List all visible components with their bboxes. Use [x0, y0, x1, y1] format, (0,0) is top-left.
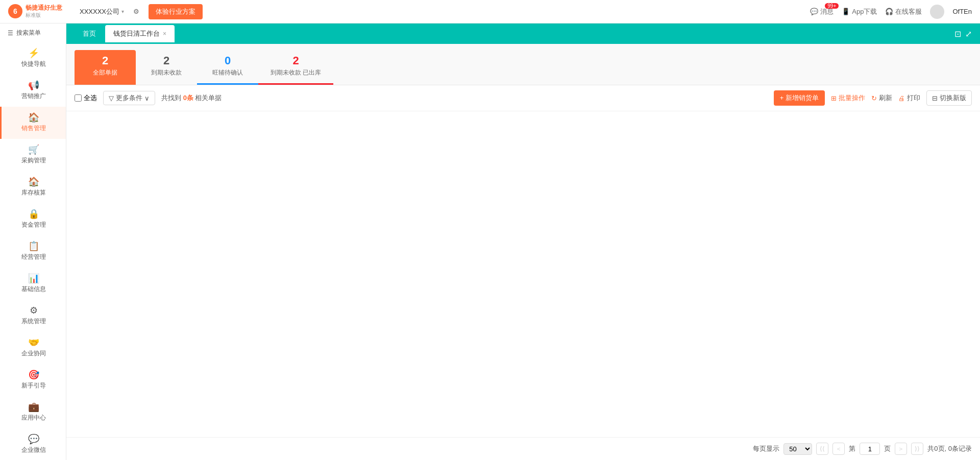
stat-tab-all[interactable]: 2 全部单据: [75, 50, 136, 85]
stat-tab-overdue[interactable]: 2 到期未收款: [136, 50, 197, 85]
sidebar-label-base-info: 基础信息: [21, 285, 46, 294]
batch-label: 批量操作: [839, 93, 865, 103]
tab-home-label: 首页: [83, 29, 96, 38]
settings-icon-btn[interactable]: ⚙: [129, 5, 143, 19]
page-input[interactable]: [860, 443, 880, 455]
main-layout: ☰ 搜索菜单 ⚡ 快捷导航 📢 营销推广 🏠 销售管理 🛒 采购管理 🏠 库存核…: [0, 23, 980, 460]
message-icon: 💬: [810, 8, 818, 15]
found-text: 共找到 0条 相关单据: [161, 93, 222, 103]
page-total: 共0页, 0条记录: [927, 444, 972, 453]
message-btn[interactable]: 💬 消息 99+: [810, 7, 834, 16]
toolbar-left: 全选 ▽ 更多条件 ∨ 共找到 0条 相关单据: [75, 91, 768, 105]
operations-icon: 📋: [28, 241, 39, 251]
refresh-btn[interactable]: ↻ 刷新: [871, 93, 892, 103]
enterprise-icon: 🤝: [28, 338, 39, 347]
marketing-icon: 📢: [28, 81, 39, 90]
page-label: 第: [849, 444, 855, 453]
sidebar-item-search-menu[interactable]: ☰ 搜索菜单: [0, 23, 66, 42]
stat-tab-overdue-shipped[interactable]: 2 到期未收款 已出库: [258, 50, 333, 85]
toolbar-right: + 新增销货单 ⊞ 批量操作 ↻ 刷新 🖨 打印 ⊟: [774, 90, 972, 106]
stat-all-label: 全部单据: [93, 68, 117, 77]
pagination: 每页显示 20 50 100 ⟨⟨ ＜ 第 页 ＞ ⟩⟩ 共0页, 0条记录: [66, 437, 980, 460]
logo-icon: 6: [8, 4, 22, 18]
sidebar-item-base-info[interactable]: 📊 基础信息: [0, 268, 66, 300]
page-next-btn[interactable]: ＞: [895, 443, 907, 455]
sidebar-label-quick-nav: 快捷导航: [21, 60, 46, 68]
sidebar-label-purchase: 采购管理: [21, 156, 46, 165]
tab-minimize-icon[interactable]: ⊡: [954, 29, 961, 39]
headset-icon: 🎧: [885, 8, 893, 15]
sidebar-item-enterprise[interactable]: 🤝 企业协同: [0, 332, 66, 364]
top-bar-right: 💬 消息 99+ 📱 App下载 🎧 在线客服 OfTEn: [810, 5, 972, 19]
per-page-label: 每页显示: [753, 444, 779, 453]
sidebar-item-marketing[interactable]: 📢 营销推广: [0, 75, 66, 107]
logo-sub: 标准版: [26, 12, 62, 19]
page-prev-btn[interactable]: ＜: [832, 443, 845, 455]
sidebar-item-guide[interactable]: 🎯 新手引导: [0, 364, 66, 396]
tab-expand-icon[interactable]: ⤢: [965, 29, 972, 39]
app-center-icon: 💼: [28, 402, 39, 411]
top-bar-left: 6 畅捷通好生意 标准版 XXXXXX公司 ▾ ⚙ 体验行业方案: [8, 4, 203, 19]
online-service-btn[interactable]: 🎧 在线客服: [885, 7, 922, 16]
table-empty-area: [66, 111, 980, 437]
page-first-btn[interactable]: ⟨⟨: [816, 443, 828, 455]
found-suffix: 相关单据: [195, 94, 222, 102]
print-icon: 🖨: [898, 94, 905, 102]
sidebar-item-sys-mgmt[interactable]: ⚙ 系统管理: [0, 300, 66, 332]
stat-overdue-label: 到期未收款: [151, 68, 182, 77]
tab-home[interactable]: 首页: [75, 25, 104, 42]
filter-label: 更多条件: [116, 93, 142, 103]
switch-icon: ⊟: [932, 94, 938, 102]
experience-btn[interactable]: 体验行业方案: [149, 4, 203, 19]
sidebar-item-enterprise-wx[interactable]: 💬 企业微信: [0, 428, 66, 460]
sidebar: ☰ 搜索菜单 ⚡ 快捷导航 📢 营销推广 🏠 销售管理 🛒 采购管理 🏠 库存核…: [0, 23, 66, 460]
tab-actions: ⊡ ⤢: [954, 29, 972, 39]
company-selector[interactable]: XXXXXX公司 ▾: [80, 7, 124, 16]
sidebar-item-operations[interactable]: 📋 经营管理: [0, 235, 66, 268]
batch-icon: ⊞: [831, 94, 837, 102]
switch-label: 切换新版: [940, 93, 966, 103]
stats-tabs: 2 全部单据 2 到期未收款 0 旺辅待确认 2 到期未收款 已出库: [66, 44, 980, 85]
finance-icon: 🔒: [28, 209, 39, 219]
filter-chevron-icon: ∨: [144, 94, 150, 102]
switch-new-btn[interactable]: ⊟ 切换新版: [926, 90, 972, 106]
sidebar-item-inventory[interactable]: 🏠 库存核算: [0, 171, 66, 203]
sidebar-label-guide: 新手引导: [21, 381, 46, 390]
filter-btn[interactable]: ▽ 更多条件 ∨: [103, 91, 155, 105]
found-count: 0条: [183, 94, 193, 102]
sidebar-item-sales[interactable]: 🏠 销售管理: [0, 107, 66, 139]
per-page-select[interactable]: 20 50 100: [783, 443, 812, 455]
select-all-checkbox[interactable]: 全选: [75, 93, 97, 103]
sidebar-label-enterprise-wx: 企业微信: [21, 446, 46, 454]
select-all-label: 全选: [84, 93, 97, 103]
print-btn[interactable]: 🖨 打印: [898, 93, 920, 103]
company-name: XXXXXX公司: [80, 7, 119, 16]
page-label-end: 页: [884, 444, 891, 453]
sys-mgmt-icon: ⚙: [30, 306, 38, 315]
gear-icon: ⚙: [133, 8, 139, 15]
toolbar: 全选 ▽ 更多条件 ∨ 共找到 0条 相关单据 + 新增销货单 ⊞: [66, 85, 980, 111]
select-all-input[interactable]: [75, 94, 82, 102]
refresh-label: 刷新: [879, 93, 892, 103]
app-download-btn[interactable]: 📱 App下载: [842, 7, 877, 16]
sidebar-label-operations: 经营管理: [21, 253, 46, 261]
main-content: 首页 钱货日清工作台 × ⊡ ⤢ 2 全部单据 2 到期未收款: [66, 23, 980, 460]
stat-tab-wangpu[interactable]: 0 旺辅待确认: [197, 50, 258, 85]
sidebar-item-app-center[interactable]: 💼 应用中心: [0, 396, 66, 428]
top-bar: 6 畅捷通好生意 标准版 XXXXXX公司 ▾ ⚙ 体验行业方案 💬 消息 99…: [0, 0, 980, 23]
sidebar-item-purchase[interactable]: 🛒 采购管理: [0, 139, 66, 171]
tab-workbench[interactable]: 钱货日清工作台 ×: [105, 25, 175, 42]
print-label: 打印: [907, 93, 920, 103]
sidebar-item-quick-nav[interactable]: ⚡ 快捷导航: [0, 42, 66, 75]
sidebar-label-search: 搜索菜单: [16, 29, 41, 37]
stat-overdue-shipped-label: 到期未收款 已出库: [271, 68, 321, 77]
page-last-btn[interactable]: ⟩⟩: [911, 443, 923, 455]
batch-op-btn[interactable]: ⊞ 批量操作: [831, 93, 865, 103]
stat-overdue-number: 2: [163, 54, 169, 67]
tab-close-icon[interactable]: ×: [163, 30, 166, 37]
new-sale-btn[interactable]: + 新增销货单: [774, 90, 825, 106]
avatar[interactable]: [930, 5, 944, 19]
stat-wangpu-label: 旺辅待确认: [212, 68, 243, 77]
sidebar-item-finance[interactable]: 🔒 资金管理: [0, 203, 66, 235]
quick-nav-icon: ⚡: [28, 49, 39, 58]
